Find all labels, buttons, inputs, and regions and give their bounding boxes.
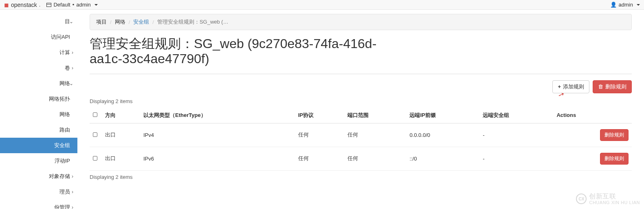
chevron-down-icon: ⌄ (69, 19, 73, 24)
brand-logo[interactable]: ◼ openstack. (4, 2, 40, 8)
delete-rule-button[interactable]: 删除规则 (600, 129, 629, 141)
table-header-row: 方向 以太网类型（EtherType） IP协议 端口范围 远端IP前缀 远端安… (90, 108, 632, 123)
brand-text: openstack (11, 2, 37, 8)
cell-port-range: 任何 (344, 123, 406, 147)
cell-protocol: 任何 (295, 147, 345, 170)
col-direction[interactable]: 方向 (102, 108, 140, 123)
user-label: admin (619, 2, 633, 8)
sidebar-item-routers[interactable]: 路由 (0, 122, 77, 138)
breadcrumb-current: 管理安全组规则：SG_web (… (157, 18, 229, 26)
item-count-top: Displaying 2 items (90, 98, 632, 104)
sidebar-item-label: 理员 (59, 188, 70, 196)
sidebar-item-label: 网络拓扑 (49, 95, 70, 103)
row-checkbox[interactable] (93, 132, 97, 137)
sidebar-item-label: 对象存储 (49, 173, 70, 180)
cell-direction: 出口 (102, 123, 140, 147)
col-select (90, 108, 102, 123)
cell-actions: 删除规则 (553, 123, 632, 147)
chevron-right-icon: › (72, 189, 73, 195)
sidebar-item-label: 浮动IP (55, 157, 70, 165)
main-content: 项目 / 网络 / 安全组 / 管理安全组规则：SG_web (… 管理安全组规… (77, 10, 644, 209)
col-remote-sg[interactable]: 远端安全组 (479, 108, 553, 123)
chevron-right-icon: › (72, 65, 73, 71)
sidebar-item-object-storage[interactable]: 对象存储 › (0, 169, 77, 184)
breadcrumb-sep: / (129, 19, 130, 25)
sidebar-item-label: 卷 (65, 64, 70, 72)
sidebar-item-topology[interactable]: 网络拓扑 (0, 91, 77, 107)
cell-port-range: 任何 (344, 147, 406, 170)
chevron-down-icon (637, 4, 640, 6)
delete-rule-button[interactable]: 删除规则 (600, 153, 629, 165)
button-label: 添加规则 (563, 83, 584, 90)
cell-ethertype: IPv6 (140, 147, 295, 170)
brand-dot: . (39, 2, 41, 8)
cell-remote-ip: 0.0.0.0/0 (406, 123, 479, 147)
page-title: 管理安全组规则：SG_web (9c270e83-74fa-416d-aa1c-… (90, 36, 391, 66)
plus-icon: + (558, 84, 561, 90)
sidebar-item-volumes[interactable]: 卷 › (0, 60, 77, 76)
sidebar-item-label: 安全组 (54, 142, 70, 149)
col-protocol[interactable]: IP协议 (295, 108, 345, 123)
sidebar-item-label: 路由 (59, 126, 70, 134)
breadcrumb-link[interactable]: 安全组 (133, 18, 149, 26)
sidebar-item-label: 网络 (59, 80, 70, 87)
openstack-icon: ◼ (4, 2, 9, 8)
rules-table: 方向 以太网类型（EtherType） IP协议 端口范围 远端IP前缀 远端安… (90, 108, 632, 171)
table-row: 出口 IPv6 任何 任何 ::/0 - 删除规则 (90, 147, 632, 170)
row-checkbox[interactable] (93, 156, 97, 161)
sidebar-item-network[interactable]: 网络 ⌄ (0, 76, 77, 91)
col-port-range[interactable]: 端口范围 (344, 108, 406, 123)
sidebar-item-identity[interactable]: 份管理 › (0, 200, 77, 209)
sidebar: 目 ⌄ 访问API 计算 › 卷 › 网络 ⌄ 网络拓扑 网络 路由 安全组 (0, 10, 77, 209)
cell-select (90, 123, 102, 147)
sidebar-item-label: 份管理 (54, 204, 70, 209)
sidebar-item-label: 计算 (59, 49, 70, 56)
table-actions: ➚ + 添加规则 🗑 删除规则 (90, 80, 632, 93)
breadcrumb: 项目 / 网络 / 安全组 / 管理安全组规则：SG_web (… (90, 14, 632, 30)
chevron-down-icon: ⌄ (69, 81, 73, 86)
sidebar-item-label: 网络 (59, 111, 70, 118)
sidebar-item-label: 访问API (51, 33, 70, 41)
breadcrumb-sep: / (110, 19, 112, 25)
col-ethertype[interactable]: 以太网类型（EtherType） (140, 108, 295, 123)
sidebar-item-compute[interactable]: 计算 › (0, 45, 77, 60)
user-icon: 👤 (610, 2, 617, 8)
chevron-right-icon: › (72, 50, 73, 55)
cell-protocol: 任何 (295, 123, 345, 147)
breadcrumb-item[interactable]: 项目 (96, 18, 107, 26)
project-icon (46, 3, 51, 7)
cell-remote-ip: ::/0 (406, 147, 479, 170)
delete-rules-button[interactable]: 🗑 删除规则 (593, 80, 632, 93)
col-remote-ip[interactable]: 远端IP前缀 (406, 108, 479, 123)
chevron-right-icon: › (72, 174, 73, 179)
button-label: 删除规则 (605, 83, 626, 90)
user-menu[interactable]: 👤 admin (610, 2, 640, 8)
sidebar-item-networks[interactable]: 网络 (0, 107, 77, 122)
cell-actions: 删除规则 (553, 147, 632, 170)
col-actions: Actions (553, 108, 632, 123)
topnav-left: ◼ openstack. Default • admin (4, 2, 98, 8)
context-domain: Default (53, 2, 70, 8)
breadcrumb-sep: / (152, 19, 154, 25)
cell-remote-sg: - (479, 123, 553, 147)
item-count-bottom: Displaying 2 items (90, 174, 632, 180)
add-rule-button[interactable]: + 添加规则 (552, 80, 589, 93)
select-all-checkbox[interactable] (93, 112, 97, 117)
context-sep: • (73, 2, 75, 8)
cell-remote-sg: - (479, 147, 553, 170)
sidebar-item-project[interactable]: 目 ⌄ (0, 14, 77, 29)
cell-select (90, 147, 102, 170)
chevron-down-icon (95, 4, 98, 6)
trash-icon: 🗑 (598, 84, 603, 90)
top-navbar: ◼ openstack. Default • admin 👤 admin (0, 0, 644, 10)
context-switcher[interactable]: Default • admin (46, 2, 97, 8)
context-project: admin (76, 2, 90, 8)
breadcrumb-item[interactable]: 网络 (115, 18, 125, 26)
sidebar-item-floating-ip[interactable]: 浮动IP (0, 153, 77, 169)
sidebar-item-security-groups[interactable]: 安全组 (0, 138, 77, 153)
divider (90, 74, 632, 74)
sidebar-item-admin[interactable]: 理员 › (0, 184, 77, 200)
sidebar-item-api[interactable]: 访问API (0, 29, 77, 45)
cell-direction: 出口 (102, 147, 140, 170)
table-row: 出口 IPv4 任何 任何 0.0.0.0/0 - 删除规则 (90, 123, 632, 147)
